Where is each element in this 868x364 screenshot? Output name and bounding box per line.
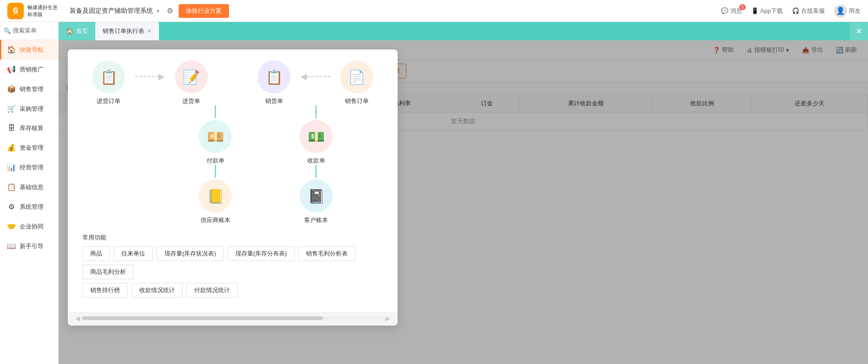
func-btn-0[interactable]: 商品	[82, 246, 110, 261]
logo-icon: 6	[7, 3, 24, 19]
scroll-left-btn[interactable]: ◀	[75, 315, 80, 322]
app-container: 6 畅康通好生意 标准版 装备及固定资产辅助管理系统 ▾ ⚙ 体验行业方案 💬 …	[0, 0, 868, 364]
message-btn[interactable]: 💬 消息 5	[721, 7, 742, 15]
sidebar-icon-5: 💰	[7, 143, 16, 152]
sidebar-item-6[interactable]: 📊经营管理	[0, 158, 58, 177]
sidebar-icon-7: 📋	[7, 183, 16, 191]
func-buttons-row2: 销售排行榜收款情况统计付款情况统计	[82, 283, 383, 298]
func-btn-8[interactable]: 付款情况统计	[186, 283, 238, 298]
sales-order-circle: 📋	[257, 60, 290, 93]
flow-diagram: 📋 进货订单 ▶	[82, 60, 383, 224]
sidebar-icon-9: 🤝	[7, 222, 16, 231]
flow-bottom-row: 📒 供应商账本 📓	[82, 179, 383, 224]
search-icon: 🔍	[4, 27, 11, 34]
main-area: 🔍 搜索菜单 🏠快捷导航📢营销推广📦销售管理🛒采购管理🗄库存核算💰资金管理📊经营…	[0, 22, 868, 364]
flow-node-receipt: 💵 收款单	[284, 120, 348, 165]
sidebar-icon-0: 🏠	[7, 45, 16, 54]
common-functions-title: 常用功能	[82, 234, 383, 242]
func-btn-5[interactable]: 商品毛利分析	[82, 265, 134, 279]
flow-node-sales-order: 📋 销货单	[248, 60, 300, 105]
func-btn-3[interactable]: 现存量(库存分布表)	[228, 246, 295, 261]
logo-area: 6 畅康通好生意 标准版	[7, 3, 66, 19]
app-download-btn[interactable]: 📱 App下载	[751, 7, 783, 15]
flow-node-supplier-ledger: 📒 供应商账本	[183, 179, 247, 224]
logo-text: 畅康通好生意 标准版	[27, 4, 58, 17]
sidebar-item-0[interactable]: 🏠快捷导航	[0, 40, 58, 60]
func-btn-7[interactable]: 收款情况统计	[131, 283, 183, 298]
headset-icon: 🎧	[792, 7, 799, 14]
sidebar-item-5[interactable]: 💰资金管理	[0, 138, 58, 158]
sidebar-item-7[interactable]: 📋基础信息	[0, 177, 58, 197]
content-area: 🏠 首页 销售订单执行表 ✕ ✕ ❓ 帮助	[59, 22, 868, 364]
customer-ledger-icon: 📓	[308, 188, 325, 204]
purchase-order-icon: 📋	[100, 69, 117, 85]
main-page-content: ❓ 帮助 🖨 按模板打印 ▾ 📤 导出 🔄 刷新	[59, 40, 868, 364]
popup-scrollbar[interactable]	[82, 316, 383, 320]
trial-btn[interactable]: 体验行业方案	[179, 4, 229, 18]
sidebar: 🔍 搜索菜单 🏠快捷导航📢营销推广📦销售管理🛒采购管理🗄库存核算💰资金管理📊经营…	[0, 22, 59, 364]
sidebar-icon-8: ⚙	[7, 202, 16, 211]
sidebar-item-1[interactable]: 📢营销推广	[0, 60, 58, 79]
close-icon: ✕	[856, 26, 863, 36]
receipt-icon: 💵	[308, 129, 325, 145]
func-buttons-row1: 商品往来单位现存量(库存状况表)现存量(库存分布表)销售毛利分析表商品毛利分析	[82, 246, 383, 279]
sales-receipt-icon: 📄	[348, 69, 365, 85]
dropdown-icon[interactable]: ▾	[157, 8, 159, 14]
user-menu[interactable]: 👤 用友	[834, 5, 861, 17]
flow-arrow-row	[82, 105, 383, 120]
popup-panel: 📋 进货订单 ▶	[68, 49, 398, 326]
close-content-btn[interactable]: ✕	[850, 22, 868, 40]
flow-arrow-row-2	[82, 165, 383, 179]
func-btn-2[interactable]: 现存量(库存状况表)	[157, 246, 224, 261]
flow-node-purchase-receipt: 📝 进货单	[165, 60, 218, 105]
avatar: 👤	[834, 5, 847, 17]
sidebar-nav: 🏠快捷导航📢营销推广📦销售管理🛒采购管理🗄库存核算💰资金管理📊经营管理📋基础信息…	[0, 40, 58, 256]
sales-receipt-circle: 📄	[340, 60, 373, 93]
supplier-ledger-icon: 📒	[207, 188, 224, 204]
purchase-order-circle: 📋	[92, 60, 125, 93]
sidebar-item-4[interactable]: 🗄库存核算	[0, 119, 58, 138]
sidebar-icon-3: 🛒	[7, 104, 16, 113]
sidebar-item-10[interactable]: 📖新手引导	[0, 236, 58, 256]
flow-node-purchase-order: 📋 进货订单	[82, 60, 135, 105]
sales-order-icon: 📋	[266, 69, 283, 85]
sidebar-icon-10: 📖	[7, 242, 16, 250]
tab-sales-order[interactable]: 销售订单执行表 ✕	[95, 22, 159, 40]
sidebar-icon-1: 📢	[7, 65, 16, 74]
sidebar-item-3[interactable]: 🛒采购管理	[0, 99, 58, 119]
settings-icon[interactable]: ⚙	[167, 6, 173, 15]
func-btn-4[interactable]: 销售毛利分析表	[298, 246, 355, 261]
func-btn-1[interactable]: 往来单位	[114, 246, 153, 261]
flow-top-row: 📋 进货订单 ▶	[82, 60, 383, 105]
popup-overlay: 📋 进货订单 ▶	[59, 40, 868, 364]
sidebar-icon-4: 🗄	[7, 124, 16, 132]
flow-node-payment: 💴 付款单	[183, 120, 247, 165]
flow-node-sales-receipt: 📄 销售订单	[330, 60, 383, 105]
common-functions: 常用功能 商品往来单位现存量(库存状况表)现存量(库存分布表)销售毛利分析表商品…	[82, 234, 383, 298]
sidebar-item-8[interactable]: ⚙系统管理	[0, 197, 58, 217]
func-btn-6[interactable]: 销售排行榜	[82, 283, 128, 298]
supplier-ledger-circle: 📒	[199, 179, 232, 212]
sidebar-item-9[interactable]: 🤝企业协同	[0, 217, 58, 236]
flow-node-customer-ledger: 📓 客户账本	[284, 179, 348, 224]
scroll-right-btn[interactable]: ▶	[385, 315, 390, 322]
message-icon: 💬	[721, 7, 728, 14]
customer-ledger-circle: 📓	[300, 179, 333, 212]
tab-bar: 🏠 首页 销售订单执行表 ✕ ✕	[59, 22, 868, 40]
tab-home[interactable]: 🏠 首页	[59, 22, 95, 40]
online-service-btn[interactable]: 🎧 在线客服	[792, 7, 825, 15]
popup-body: 📋 进货订单 ▶	[68, 49, 398, 312]
popup-scrollbar-row: ◀ ▶	[68, 312, 398, 326]
flow-middle-row: 💴 付款单 💵	[82, 120, 383, 165]
message-badge: 5	[739, 4, 746, 10]
home-icon: 🏠	[66, 28, 73, 35]
sidebar-search[interactable]: 🔍 搜索菜单	[0, 22, 58, 40]
receipt-circle: 💵	[300, 120, 333, 153]
tab-close-icon[interactable]: ✕	[147, 28, 152, 34]
payment-icon: 💴	[207, 129, 224, 145]
top-bar: 6 畅康通好生意 标准版 装备及固定资产辅助管理系统 ▾ ⚙ 体验行业方案 💬 …	[0, 0, 868, 22]
top-actions: 💬 消息 5 📱 App下载 🎧 在线客服 👤 用友	[721, 5, 861, 17]
arrow-4-3: ◀	[300, 60, 331, 81]
sidebar-item-2[interactable]: 📦销售管理	[0, 79, 58, 99]
system-title: 装备及固定资产辅助管理系统 ▾ ⚙	[70, 6, 173, 15]
